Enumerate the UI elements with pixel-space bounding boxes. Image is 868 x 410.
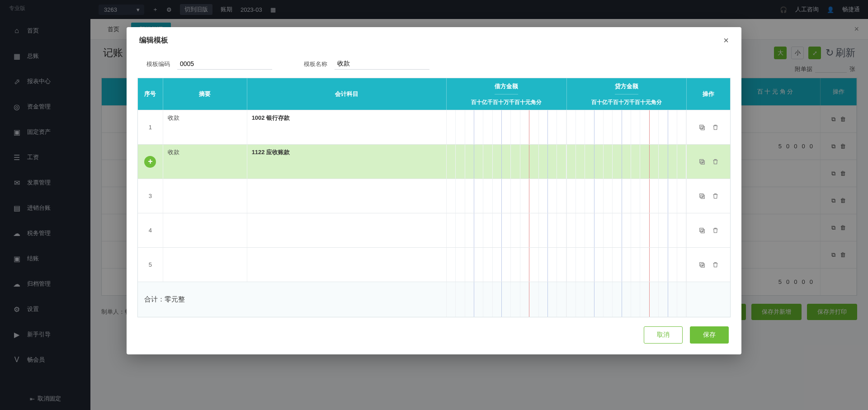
edit-template-modal: 编辑模板 × 模板编码 模板名称 序号 摘要 会计科目 借方金额 百十亿千百十万… [127, 27, 741, 354]
copy-icon[interactable] [698, 193, 706, 200]
unit-label: 元 [525, 94, 531, 110]
trash-icon[interactable] [712, 124, 719, 131]
trash-icon[interactable] [712, 193, 719, 199]
unit-label: 十 [640, 94, 646, 110]
summary-cell[interactable]: 收款 [163, 110, 247, 144]
copy-icon[interactable] [698, 261, 706, 269]
unit-label: 百 [613, 94, 618, 110]
total-debit [447, 282, 567, 317]
row-ops [687, 248, 730, 282]
copy-icon[interactable] [698, 158, 706, 165]
close-icon[interactable]: × [723, 35, 729, 46]
unit-label: 十 [476, 94, 482, 110]
unit-label: 角 [651, 94, 656, 110]
unit-label: 十 [520, 94, 525, 110]
table-row[interactable]: 3 [138, 179, 730, 213]
unit-label: 分 [656, 94, 662, 110]
th-summary: 摘要 [163, 78, 247, 110]
debit-cell[interactable] [447, 145, 567, 179]
debit-cell[interactable] [447, 179, 567, 213]
debit-units: 百十亿千百十万千百十元角分 [471, 94, 542, 110]
trash-icon[interactable] [712, 261, 719, 268]
credit-cell[interactable] [567, 248, 687, 282]
copy-icon[interactable] [698, 124, 706, 131]
modal-title: 编辑模板 [139, 36, 168, 45]
th-op: 操作 [687, 78, 730, 110]
unit-label: 十 [498, 94, 504, 110]
account-cell[interactable] [247, 179, 447, 213]
table-row[interactable]: +收款1122 应收账款 [138, 144, 730, 179]
unit-label: 百 [591, 94, 597, 110]
unit-label: 万 [624, 94, 629, 110]
template-name-input[interactable] [335, 58, 429, 70]
total-credit [567, 282, 687, 317]
debit-cell[interactable] [447, 110, 567, 144]
summary-cell[interactable] [163, 248, 247, 282]
row-index: 3 [138, 179, 163, 213]
th-index: 序号 [138, 78, 163, 110]
template-name-label: 模板名称 [304, 60, 327, 68]
row-index: 5 [138, 248, 163, 282]
unit-label: 角 [531, 94, 536, 110]
row-index: 1 [138, 110, 163, 144]
unit-label: 亿 [482, 94, 487, 110]
template-code-label: 模板编码 [146, 60, 170, 68]
unit-label: 十 [597, 94, 602, 110]
save-button[interactable]: 保存 [690, 326, 729, 344]
debit-cell[interactable] [447, 248, 567, 282]
credit-cell[interactable] [567, 213, 687, 247]
unit-label: 万 [504, 94, 509, 110]
unit-label: 十 [618, 94, 624, 110]
credit-units: 百十亿千百十万千百十元角分 [591, 94, 662, 110]
th-credit: 贷方金额 百十亿千百十万千百十元角分 [567, 78, 687, 110]
total-label: 合计：零元整 [138, 282, 447, 317]
table-row[interactable]: 5 [138, 247, 730, 282]
template-code-input[interactable] [177, 58, 272, 70]
cancel-button[interactable]: 取消 [644, 326, 683, 344]
unit-label: 千 [629, 94, 635, 110]
table-row[interactable]: 4 [138, 213, 730, 247]
unit-label: 百 [471, 94, 476, 110]
row-ops [687, 145, 730, 179]
credit-cell[interactable] [567, 110, 687, 144]
unit-label: 元 [646, 94, 651, 110]
account-cell[interactable]: 1122 应收账款 [247, 145, 447, 179]
unit-label: 百 [635, 94, 640, 110]
row-ops [687, 179, 730, 213]
unit-label: 百 [493, 94, 498, 110]
unit-label: 千 [608, 94, 613, 110]
row-ops [687, 213, 730, 247]
row-index: 4 [138, 213, 163, 247]
debit-cell[interactable] [447, 213, 567, 247]
th-account: 会计科目 [247, 78, 447, 110]
unit-label: 千 [487, 94, 493, 110]
add-row-button[interactable]: + [144, 156, 156, 168]
account-cell[interactable]: 1002 银行存款 [247, 110, 447, 144]
summary-cell[interactable]: 收款 [163, 145, 247, 179]
credit-cell[interactable] [567, 179, 687, 213]
unit-label: 千 [509, 94, 514, 110]
trash-icon[interactable] [712, 227, 719, 234]
unit-label: 百 [514, 94, 520, 110]
summary-cell[interactable] [163, 179, 247, 213]
trash-icon[interactable] [712, 158, 719, 165]
account-cell[interactable] [247, 248, 447, 282]
row-ops [687, 110, 730, 144]
th-debit: 借方金额 百十亿千百十万千百十元角分 [447, 78, 567, 110]
account-cell[interactable] [247, 213, 447, 247]
copy-icon[interactable] [698, 227, 706, 234]
unit-label: 亿 [602, 94, 608, 110]
summary-cell[interactable] [163, 213, 247, 247]
unit-label: 分 [536, 94, 542, 110]
credit-cell[interactable] [567, 145, 687, 179]
template-table: 序号 摘要 会计科目 借方金额 百十亿千百十万千百十元角分 贷方金额 百十亿千百… [137, 78, 731, 317]
table-row[interactable]: 1收款1002 银行存款 [138, 110, 730, 144]
